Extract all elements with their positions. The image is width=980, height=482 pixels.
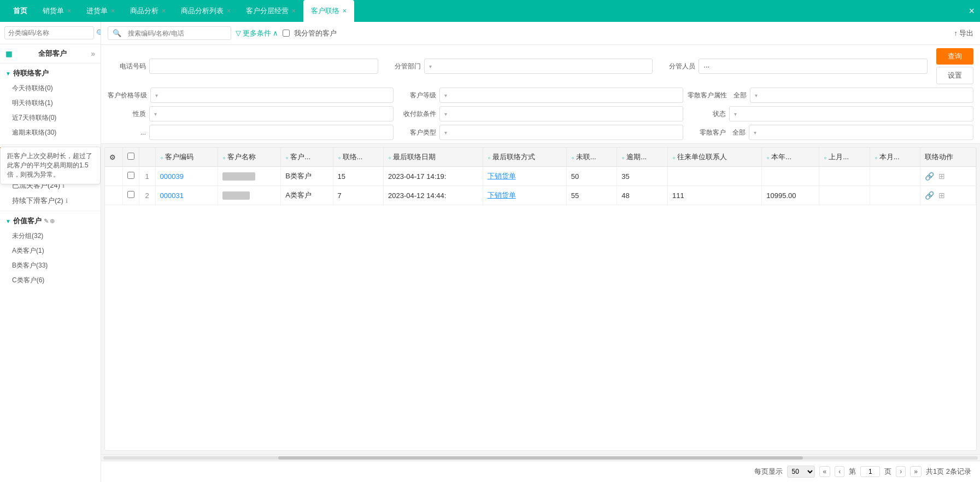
- row2-code[interactable]: 000031: [155, 186, 218, 205]
- sort-icon-date: ⬦: [388, 154, 391, 160]
- row1-name-blurred: [222, 172, 255, 181]
- col-last-month[interactable]: ⬦上月...: [819, 148, 870, 167]
- sidebar-section-pending-title[interactable]: ▼ 待联络客户: [0, 66, 101, 81]
- payment-input[interactable]: ▾: [439, 106, 684, 121]
- col-category[interactable]: ⬦客户...: [281, 148, 333, 167]
- row2-link-icon[interactable]: 🔗: [925, 191, 934, 200]
- nav-customer-segment[interactable]: 客户分层经营 ×: [238, 0, 303, 22]
- dept-input[interactable]: ▾: [424, 59, 653, 74]
- close-purchase-icon[interactable]: ×: [111, 7, 115, 15]
- row1-code[interactable]: 000039: [155, 167, 218, 186]
- sidebar-search-icon[interactable]: 🔍: [96, 29, 101, 37]
- per-page-select[interactable]: 50 100 200: [787, 466, 815, 478]
- col-last-contact-method[interactable]: ⬦最后联络方式: [483, 148, 566, 167]
- sidebar-search-input[interactable]: [4, 26, 94, 39]
- sidebar-item-tomorrow[interactable]: 明天待联络(1): [0, 96, 101, 111]
- col-overdue[interactable]: ⬦逾期...: [617, 148, 668, 167]
- sidebar: 🔍 ▦ 全部客户 » ▼ 待联络客户 今天待联络(0) 明天待联络(1) 近7天…: [0, 22, 101, 482]
- sidebar-section-pending: ▼ 待联络客户 今天待联络(0) 明天待联络(1) 近7天待联络(0) 逾期未联…: [0, 63, 101, 142]
- pagination-bar: 每页显示 50 100 200 « ‹ 第 页 › » 共1页 2条记录: [101, 461, 980, 482]
- search-input-wrap: 🔍: [108, 26, 231, 40]
- col-this-year[interactable]: ⬦本年...: [762, 148, 819, 167]
- horizontal-scrollbar[interactable]: [101, 454, 980, 461]
- status-label: 状态: [688, 109, 726, 119]
- col-this-month[interactable]: ⬦本月...: [870, 148, 920, 167]
- status-input[interactable]: ▾: [729, 106, 973, 121]
- prev-page-button[interactable]: ‹: [835, 466, 844, 477]
- search-input[interactable]: [128, 30, 226, 37]
- scrollbar-thumb[interactable]: [278, 456, 803, 460]
- price-level-input[interactable]: ▾: [150, 88, 394, 103]
- export-button[interactable]: ↑ 导出: [954, 28, 974, 38]
- sidebar-group-value-customers[interactable]: ▼ 价值客户 ✎ ⊕: [0, 213, 101, 229]
- row1-grid-icon[interactable]: ⊞: [938, 172, 945, 181]
- close-sales-icon[interactable]: ×: [67, 7, 71, 15]
- col-name[interactable]: ⬦客户名称: [218, 148, 281, 167]
- first-page-button[interactable]: «: [819, 466, 831, 477]
- nav-product-analysis-list[interactable]: 商品分析列表 ×: [173, 0, 238, 22]
- more-conditions-button[interactable]: ▽ 更多条件 ∧: [236, 28, 278, 38]
- row1-last-contact-method[interactable]: 下销货单: [483, 167, 566, 186]
- close-product-analysis-icon[interactable]: ×: [162, 7, 166, 15]
- dots-input[interactable]: [149, 125, 394, 140]
- my-customers-check[interactable]: [283, 30, 290, 37]
- row1-select[interactable]: [127, 172, 134, 179]
- nav-product-analysis[interactable]: 商品分析 ×: [122, 0, 173, 22]
- phone-input[interactable]: [149, 59, 378, 74]
- retail-attr-arrow: ▾: [755, 92, 758, 98]
- sort-icon-contact: ⬦: [338, 154, 341, 160]
- close-customer-contact-icon[interactable]: ×: [343, 7, 347, 15]
- row2-select[interactable]: [127, 191, 134, 198]
- row2-last-contact-method[interactable]: 下销货单: [483, 186, 566, 205]
- row1-link-icon[interactable]: 🔗: [925, 172, 934, 181]
- sidebar-item-b-class[interactable]: B类客户(33): [0, 258, 101, 273]
- col-unread[interactable]: ⬦未联...: [566, 148, 617, 167]
- col-code[interactable]: ⬦客户编码: [155, 148, 218, 167]
- manager-input[interactable]: ···: [699, 59, 928, 74]
- customer-type-input[interactable]: ▾: [439, 125, 684, 140]
- sidebar-item-overdue[interactable]: 逾期未联络(30): [0, 125, 101, 140]
- sidebar-collapse-button[interactable]: »: [91, 49, 95, 58]
- row2-settings: [105, 186, 122, 205]
- customer-type-arrow: ▾: [444, 130, 447, 136]
- col-last-contact-date[interactable]: ⬦最后联络日期: [384, 148, 483, 167]
- page-label: 第: [849, 467, 856, 477]
- dept-label: 分管部门: [383, 62, 421, 71]
- retail-attr-input[interactable]: ▾: [750, 88, 973, 103]
- filter-cell-retail-customer: 零散客户 全部 ▾: [688, 125, 973, 140]
- customer-level-input[interactable]: ▾: [439, 88, 684, 103]
- col-contact[interactable]: ⬦联络...: [333, 148, 384, 167]
- sort-icon-last-month: ⬦: [824, 154, 827, 160]
- filter-row-2: 客户价格等级 ▾ 客户等级 ▾ 零散客户属性 全部 ▾: [108, 88, 973, 103]
- retail-customer-input[interactable]: ▾: [749, 125, 973, 140]
- sidebar-item-declining[interactable]: 持续下滑客户(2) ℹ: [0, 193, 101, 208]
- nav-home[interactable]: 首页: [5, 0, 35, 22]
- page-number-input[interactable]: [860, 466, 880, 477]
- col-contacts[interactable]: ⬦往来单位联系人: [667, 148, 761, 167]
- group-add-icon[interactable]: ⊕: [50, 218, 55, 225]
- my-customers-checkbox[interactable]: 我分管的客户: [283, 28, 337, 38]
- sort-icon-method: ⬦: [488, 154, 491, 160]
- sidebar-item-7days[interactable]: 近7天待联络(0): [0, 111, 101, 125]
- select-all-checkbox[interactable]: [127, 153, 134, 160]
- row1-action: 🔗 ⊞: [920, 167, 976, 186]
- next-page-button[interactable]: ›: [896, 466, 906, 477]
- sidebar-item-ungroup[interactable]: 未分组(32): [0, 229, 101, 243]
- last-page-button[interactable]: »: [910, 466, 922, 477]
- nav-customer-contact[interactable]: 客户联络 ×: [303, 0, 354, 22]
- row2-grid-icon[interactable]: ⊞: [938, 191, 945, 200]
- col-settings[interactable]: ⚙: [105, 148, 122, 167]
- close-product-analysis-list-icon[interactable]: ×: [227, 7, 231, 15]
- status-arrow: ▾: [734, 111, 737, 117]
- sidebar-item-today[interactable]: 今天待联络(0): [0, 81, 101, 96]
- close-all-tabs-button[interactable]: ×: [969, 5, 975, 17]
- nature-input[interactable]: ▾: [149, 106, 394, 121]
- nav-sales[interactable]: 销货单 ×: [35, 0, 79, 22]
- setting-button[interactable]: 设置: [936, 67, 973, 84]
- nav-purchase[interactable]: 进货单 ×: [79, 0, 122, 22]
- query-button[interactable]: 查询: [936, 48, 973, 65]
- sidebar-item-c-class[interactable]: C类客户(6): [0, 273, 101, 288]
- sidebar-item-a-class[interactable]: A类客户(1): [0, 243, 101, 258]
- group-edit-icon[interactable]: ✎: [44, 218, 49, 225]
- close-customer-segment-icon[interactable]: ×: [292, 7, 296, 15]
